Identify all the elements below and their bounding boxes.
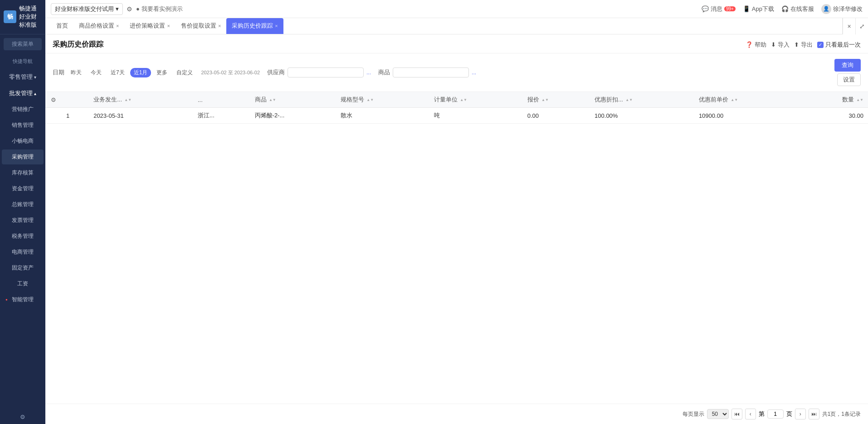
filter-settings-button[interactable]: 设置	[837, 73, 861, 86]
close-icon[interactable]: ×	[218, 23, 221, 29]
tab-history-price-label: 采购历史价跟踪	[232, 22, 273, 30]
row-product: 丙烯酸-2-...	[250, 108, 336, 124]
col-quote[interactable]: 报价 ▲▼	[523, 92, 590, 108]
online-service-label: 在线客服	[790, 5, 814, 13]
window-maximize-button[interactable]: ⤢	[855, 18, 868, 34]
message-action[interactable]: 💬 消息 99+	[702, 5, 736, 13]
col-pre-discount-price[interactable]: 优惠前单价 ▲▼	[694, 92, 801, 108]
row-unit: 吨	[429, 108, 523, 124]
import-icon: ⬇	[771, 41, 776, 48]
app-icon: 📱	[743, 5, 750, 12]
filter-area: 日期 昨天 今天 近7天 近1月 更多 自定义 2023-05-02 至 202…	[45, 53, 868, 92]
prev-page-button[interactable]: ‹	[745, 409, 756, 419]
user-info[interactable]: 👤 徐泽华修改	[821, 4, 863, 14]
row-index: 1	[62, 108, 89, 124]
sidebar-item-ledger[interactable]: 总账管理	[2, 197, 44, 212]
sidebar-item-invoice[interactable]: 发票管理	[2, 213, 44, 228]
logo-icon: 畅	[4, 10, 16, 23]
table-row: 1 2023-05-31 浙江... 丙烯酸-2-... 散水 吨 0.00 1…	[45, 108, 868, 124]
sidebar-item-smart[interactable]: 智能管理	[2, 292, 44, 307]
message-label: 消息	[711, 5, 722, 13]
col-settings[interactable]: ⚙	[45, 92, 62, 108]
export-button[interactable]: ⬆ 导出	[794, 41, 813, 49]
sidebar-item-purchase[interactable]: 采购管理	[2, 149, 44, 164]
demo-icon: ●	[136, 5, 140, 12]
edition-selector[interactable]: 好业财标准版交付试用 ▾	[51, 3, 123, 15]
import-button[interactable]: ⬇ 导入	[771, 41, 790, 49]
product-filter-label: 商品	[378, 68, 390, 77]
col-quantity[interactable]: 数量 ▲▼	[800, 92, 868, 108]
sidebar-item-ecommerce-small[interactable]: 小畅电商	[2, 134, 44, 149]
sidebar-item-marketing[interactable]: 营销推广	[2, 102, 44, 117]
filter-actions: 查询 设置	[834, 59, 861, 86]
date-options: 昨天 今天 近7天 近1月 更多 自定义	[67, 68, 196, 77]
help-button[interactable]: ❓ 帮助	[746, 41, 766, 49]
date-option-yesterday[interactable]: 昨天	[67, 68, 85, 77]
date-option-more[interactable]: 更多	[153, 68, 171, 77]
row-pre-discount-price: 10900.00	[694, 108, 801, 124]
close-icon[interactable]: ×	[275, 23, 278, 29]
sidebar-search[interactable]: 搜索菜单	[4, 38, 42, 50]
supplier-filter-label: 供应商	[267, 68, 285, 77]
online-service-action[interactable]: 🎧 在线客服	[781, 5, 814, 13]
product-input[interactable]	[393, 67, 469, 77]
col-product[interactable]: 商品 ▲▼	[250, 92, 336, 108]
close-icon[interactable]: ×	[116, 23, 119, 29]
date-option-1month[interactable]: 近1月	[130, 68, 151, 77]
tab-price[interactable]: 商品价格设置 ×	[73, 18, 124, 34]
date-option-7days[interactable]: 近7天	[107, 68, 128, 77]
app-download-action[interactable]: 📱 App下载	[743, 5, 774, 13]
col-spec[interactable]: 规格型号 ▲▼	[336, 92, 429, 108]
demo-link[interactable]: ● 我要看实例演示	[136, 5, 183, 13]
avatar: 👤	[821, 4, 831, 14]
sidebar-item-capital[interactable]: 资金管理	[2, 181, 44, 196]
supplier-input[interactable]	[288, 67, 364, 77]
topbar-left: 好业财标准版交付试用 ▾ ⚙ ● 我要看实例演示	[51, 3, 183, 15]
tab-purchase-strategy-label: 进价策略设置	[130, 22, 165, 30]
sidebar-item-salary[interactable]: 工资	[2, 276, 44, 291]
page-inner: 采购历史价跟踪 ❓ 帮助 ⬇ 导入 ⬆ 导出 ✓	[45, 34, 868, 424]
row-settings[interactable]	[45, 108, 62, 124]
page-actions: ❓ 帮助 ⬇ 导入 ⬆ 导出 ✓ 只看最后一次	[746, 41, 861, 49]
sort-icon: ▲▼	[731, 98, 738, 102]
pagination: 每页显示 50 ⏮ ‹ 第 页 › ⏭ 共1页，1条记录	[45, 404, 868, 424]
tab-history-price[interactable]: 采购历史价跟踪 ×	[226, 18, 283, 34]
table-header-row: ⚙ 业务发生... ▲▼ ... 商品	[45, 92, 868, 108]
sidebar-item-inventory[interactable]: 库存核算	[2, 165, 44, 180]
last-page-button[interactable]: ⏭	[809, 409, 819, 419]
page-input[interactable]	[767, 410, 784, 419]
product-more[interactable]: ...	[472, 69, 476, 76]
row-supplier: 浙江...	[193, 108, 250, 124]
topbar-settings-icon[interactable]: ⚙	[127, 5, 132, 13]
per-page-select[interactable]: 50	[707, 409, 729, 419]
supplier-more[interactable]: ...	[366, 69, 371, 76]
tab-home[interactable]: 首页	[51, 18, 73, 34]
date-option-today[interactable]: 今天	[87, 68, 105, 77]
next-page-button[interactable]: ›	[795, 409, 806, 419]
sidebar-item-wholesale[interactable]: 批发管理 ▴	[2, 86, 44, 101]
query-button[interactable]: 查询	[834, 59, 861, 72]
date-option-custom[interactable]: 自定义	[173, 68, 196, 77]
tab-purchase-strategy[interactable]: 进价策略设置 ×	[124, 18, 175, 34]
topbar-right: 💬 消息 99+ 📱 App下载 🎧 在线客服 👤 徐泽华修改	[702, 4, 863, 14]
data-table: ⚙ 业务发生... ▲▼ ... 商品	[45, 92, 868, 124]
only-last-checkbox[interactable]: ✓ 只看最后一次	[817, 41, 861, 49]
sidebar-item-tax[interactable]: 税务管理	[2, 229, 44, 244]
app-download-label: App下载	[752, 5, 774, 13]
col-unit[interactable]: 计量单位 ▲▼	[429, 92, 523, 108]
window-close-button[interactable]: ×	[843, 18, 855, 34]
message-badge: 99+	[724, 6, 736, 11]
close-icon[interactable]: ×	[167, 23, 170, 29]
sidebar-item-retail[interactable]: 零售管理 ▾	[2, 69, 44, 85]
col-discount[interactable]: 优惠折扣... ▲▼	[590, 92, 694, 108]
tab-sell-strategy-label: 售价提取设置	[181, 22, 216, 30]
sidebar-settings-icon[interactable]: ⚙	[0, 410, 45, 424]
sidebar-item-ecommerce[interactable]: 电商管理	[2, 245, 44, 260]
col-biz-date[interactable]: 业务发生... ▲▼	[89, 92, 193, 108]
message-icon: 💬	[702, 5, 709, 12]
col-more[interactable]: ...	[193, 92, 250, 108]
sidebar-item-sales[interactable]: 销售管理	[2, 118, 44, 133]
sidebar-item-fixed-assets[interactable]: 固定资产	[2, 260, 44, 275]
tab-sell-strategy[interactable]: 售价提取设置 ×	[176, 18, 226, 34]
first-page-button[interactable]: ⏮	[731, 409, 742, 419]
